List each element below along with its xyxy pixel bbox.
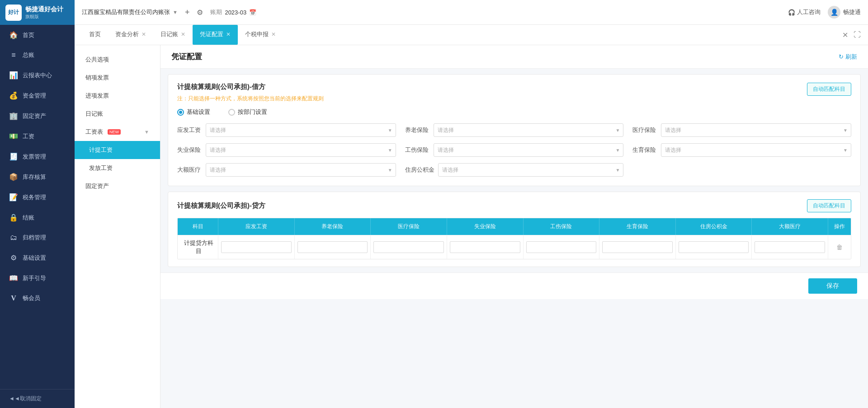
sidebar-item-vip[interactable]: V 畅会员 <box>0 288 75 308</box>
sidebar: 好计 畅捷通好会计 旗舰版 🏠 首页 ≡ 总账 📊 云报表中心 💰 资金管理 🏢… <box>0 0 75 408</box>
th-medical: 医疗保险 <box>371 218 447 235</box>
tab-tax-label: 个税申报 <box>245 30 269 38</box>
sidebar-item-reports[interactable]: 📊 云报表中心 <box>0 65 75 85</box>
td-row-label: 计提贷方科目 <box>178 235 218 259</box>
add-account-button[interactable]: + <box>183 8 192 17</box>
sidebar-item-ledger[interactable]: ≡ 总账 <box>0 45 75 65</box>
save-bar: 保存 <box>160 272 868 299</box>
user-menu[interactable]: 👤 畅捷通 <box>828 6 861 19</box>
tab-expand-icon[interactable]: ⛶ <box>854 31 861 39</box>
table-row: 计提贷方科目 <box>178 235 851 259</box>
refresh-button[interactable]: ↻ 刷新 <box>839 53 857 61</box>
td-applied-salary-input-cell <box>218 235 295 259</box>
delete-icon[interactable]: 🗑 <box>836 244 843 251</box>
subnav-public[interactable]: 公共选项 <box>75 51 160 69</box>
sidebar-item-home[interactable]: 🏠 首页 <box>0 25 75 45</box>
sidebar-item-archive[interactable]: 🗂 归档管理 <box>0 228 75 248</box>
tab-fund-close[interactable]: ✕ <box>142 31 146 38</box>
sidebar-label-salary: 工资 <box>23 132 34 141</box>
sidebar-item-inventory[interactable]: 📦 库存核算 <box>0 167 75 187</box>
settings-icon: ⚙ <box>9 253 18 262</box>
sidebar-item-closing[interactable]: 🔒 结账 <box>0 207 75 228</box>
select-maternity-wrapper: 请选择 ▼ <box>661 143 851 157</box>
subnav-sales-invoice[interactable]: 销项发票 <box>75 69 160 87</box>
td-applied-salary-input[interactable] <box>221 241 292 253</box>
select-unemployment-wrapper: 请选择 ▼ <box>206 143 396 157</box>
tab-voucher[interactable]: 凭证配置 ✕ <box>193 25 238 45</box>
company-selector[interactable]: 江西服宝精品有限责任公司内账张 ▼ <box>82 8 178 16</box>
subnav: 公共选项 销项发票 进项发票 日记账 工资表 NEW ▼ 计提工资 <box>75 45 160 408</box>
radio-dept-circle <box>228 109 235 116</box>
td-large-medical-input[interactable] <box>755 241 825 253</box>
settings-button[interactable]: ⚙ <box>197 8 203 17</box>
td-housing-fund-input-cell <box>676 235 752 259</box>
tab-home[interactable]: 首页 <box>82 25 108 45</box>
subnav-salary-accrual[interactable]: 计提工资 <box>75 141 160 159</box>
sidebar-item-assets[interactable]: 🏢 固定资产 <box>0 106 75 126</box>
refresh-label: 刷新 <box>845 53 857 61</box>
td-work-injury-input[interactable] <box>526 241 597 253</box>
sidebar-label-fund: 资金管理 <box>23 92 46 100</box>
subnav-salary-sheet[interactable]: 工资表 NEW ▼ <box>75 123 160 141</box>
sidebar-item-fund[interactable]: 💰 资金管理 <box>0 85 75 106</box>
select-large-medical[interactable]: 请选择 <box>206 163 396 177</box>
sidebar-item-settings[interactable]: ⚙ 基础设置 <box>0 248 75 268</box>
tab-tax-close[interactable]: ✕ <box>271 31 276 38</box>
sidebar-item-invoice[interactable]: 🧾 发票管理 <box>0 146 75 167</box>
tab-journal-close[interactable]: ✕ <box>181 31 185 38</box>
tab-fund[interactable]: 资金分析 ✕ <box>108 25 153 45</box>
td-housing-fund-input[interactable] <box>679 241 749 253</box>
field-placeholder <box>632 163 851 177</box>
calendar-icon[interactable]: 📅 <box>249 9 256 16</box>
radio-basic[interactable]: 基础设置 <box>177 108 210 116</box>
subnav-journal[interactable]: 日记账 <box>75 105 160 123</box>
service-label: 人工咨询 <box>797 8 821 16</box>
select-applied-salary[interactable]: 请选择 <box>206 123 396 137</box>
subnav-salary-accrual-label: 计提工资 <box>89 146 113 153</box>
select-housing-fund[interactable]: 请选择 <box>438 163 624 177</box>
subnav-salary-payment[interactable]: 发放工资 <box>75 159 160 177</box>
debit-auto-match-button[interactable]: 自动匹配科目 <box>807 83 851 96</box>
sidebar-unpin-button[interactable]: ◄◄取消固定 <box>0 389 75 408</box>
user-name: 畅捷通 <box>843 8 861 16</box>
sidebar-item-salary[interactable]: 💵 工资 <box>0 126 75 146</box>
tab-voucher-close[interactable]: ✕ <box>226 31 231 38</box>
subnav-fixed-assets[interactable]: 固定资产 <box>75 177 160 195</box>
select-medical[interactable]: 请选择 <box>661 123 851 137</box>
td-medical-input[interactable] <box>373 241 444 253</box>
subnav-purchase-invoice[interactable]: 进项发票 <box>75 87 160 105</box>
select-applied-salary-wrapper: 请选择 ▼ <box>206 123 396 137</box>
select-work-injury[interactable]: 请选择 <box>434 143 624 157</box>
select-maternity[interactable]: 请选择 <box>661 143 851 157</box>
label-housing-fund: 住房公积金 <box>405 166 434 174</box>
debit-section-title: 计提核算规则(公司承担)-借方 <box>177 83 324 91</box>
tab-tax[interactable]: 个税申报 ✕ <box>238 25 283 45</box>
radio-dept[interactable]: 按部门设置 <box>228 108 267 116</box>
credit-section-title: 计提核算规则(公司承担)-贷方 <box>177 202 265 210</box>
credit-auto-match-button[interactable]: 自动匹配科目 <box>807 199 851 212</box>
sidebar-label-inventory: 库存核算 <box>23 173 46 181</box>
page-body: 凭证配置 ↻ 刷新 计提核算规则(公司承担)-借方 注：只能选择一种方式，系统将… <box>160 45 868 408</box>
archive-icon: 🗂 <box>9 234 18 242</box>
subnav-salary-payment-label: 发放工资 <box>89 164 113 171</box>
td-maternity-input[interactable] <box>602 241 673 253</box>
debit-section: 计提核算规则(公司承担)-借方 注：只能选择一种方式，系统将按照您当前的选择来配… <box>168 74 861 186</box>
td-unemployment-input[interactable] <box>450 241 520 253</box>
service-button[interactable]: 🎧 人工咨询 <box>788 8 821 16</box>
td-pension-input[interactable] <box>297 241 368 253</box>
fund-icon: 💰 <box>9 91 18 100</box>
sidebar-item-guide[interactable]: 📖 新手引导 <box>0 268 75 288</box>
sidebar-item-tax[interactable]: 📝 税务管理 <box>0 187 75 207</box>
select-pension[interactable]: 请选择 <box>434 123 624 137</box>
field-unemployment: 失业保险 请选择 ▼ <box>177 143 396 157</box>
select-unemployment[interactable]: 请选择 <box>206 143 396 157</box>
period-value: 2023-03 <box>225 9 246 16</box>
td-operation-cell: 🗑 <box>828 235 851 259</box>
topbar: 江西服宝精品有限责任公司内账张 ▼ + ⚙ 账期 2023-03 📅 🎧 人工咨… <box>75 0 868 25</box>
label-pension: 养老保险 <box>405 126 430 134</box>
tab-close-all-icon[interactable]: ✕ <box>842 31 848 39</box>
field-work-injury: 工伤保险 请选择 ▼ <box>405 143 624 157</box>
save-button[interactable]: 保存 <box>808 278 857 294</box>
tab-journal[interactable]: 日记账 ✕ <box>153 25 193 45</box>
sidebar-label-vip: 畅会员 <box>23 294 40 302</box>
